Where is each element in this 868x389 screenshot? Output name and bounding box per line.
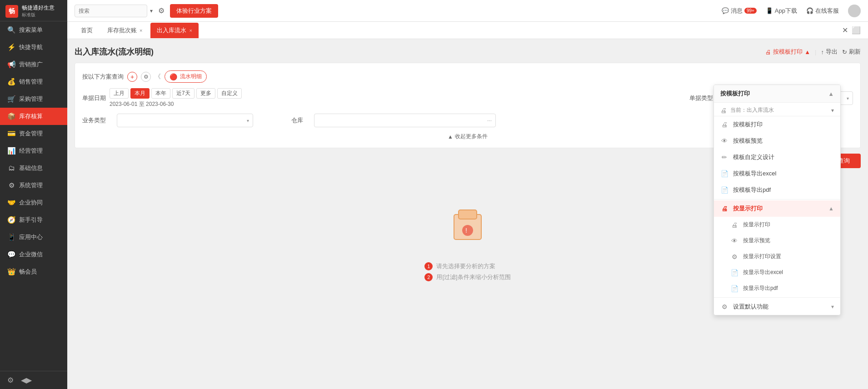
sidebar-item-quicknav[interactable]: ⚡ 快捷导航 [0,39,67,56]
collapse-up-icon: ▲ [448,134,453,140]
sidebar-item-purchase[interactable]: 🛒 采购管理 [0,90,67,108]
sidebar-logo: 畅 畅捷通好生意 标准版 [0,0,67,21]
current-indicator-icon: 🖨 [720,107,727,114]
compass-icon: 🧭 [7,216,15,224]
gear-icon: ⚙ [7,181,15,190]
print-item-template-excel[interactable]: 📄 按模板导出excel [714,165,840,182]
sidebar-item-finance[interactable]: 💳 资金管理 [0,125,67,142]
print-item-template-preview[interactable]: 👁 按模板预览 [714,133,840,149]
print-item-display-settings[interactable]: ⚙ 按显示打印设置 [714,249,840,264]
print-item-template-print[interactable]: 🖨 按模板打印 [714,116,840,133]
sidebar-item-wechat[interactable]: 💬 企业微信 [0,246,67,263]
date-btn-custom[interactable]: 自定义 [217,88,242,99]
refresh-btn[interactable]: ↻ 刷新 [842,48,861,56]
collapse-conditions-btn[interactable]: ▲ 收起更多条件 [448,133,488,140]
print-item-display-pdf[interactable]: 📄 按显示导出pdf [714,280,840,296]
tab-batch-close[interactable]: × [140,28,142,33]
settings-icon[interactable]: ⚙ [7,376,14,384]
sidebar-item-guide[interactable]: 🧭 新手引导 [0,211,67,229]
trial-btn[interactable]: 体验行业方案 [170,4,218,18]
file-excel-sub-icon: 📄 [730,269,738,276]
topbar-search: ▾ [75,5,153,17]
eye-sub-icon: 👁 [730,237,738,244]
box-icon: 📦 [7,112,15,120]
crown-icon: 👑 [7,268,15,276]
set-default-arrow: ▾ [831,304,834,310]
tab-flow-close[interactable]: × [189,28,192,33]
filter-icon: 🔴 [170,73,177,80]
print-dropdown-up-icon: ▲ [804,49,810,55]
main-area: ▾ ⚙ 体验行业方案 💬 消息 99+ 📱 App下载 🎧 在线客服 首页 [67,0,868,389]
sidebar-item-basic[interactable]: 🗂 基础信息 [0,160,67,177]
search-input[interactable] [75,5,147,17]
query-collapse-icon[interactable]: 《 [155,73,161,81]
sidebar-item-sales[interactable]: 💰 销售管理 [0,73,67,90]
file-pdf-icon: 📄 [720,186,728,194]
date-btn-this-year[interactable]: 本年 [151,88,170,99]
print-item-display-section[interactable]: 🖨 按显示打印 ▲ [714,200,840,217]
topbar-right: 💬 消息 99+ 📱 App下载 🎧 在线客服 [722,5,861,17]
svg-text:!: ! [465,227,467,234]
tab-batch[interactable]: 库存批次账 × [101,23,149,38]
settings-default-icon: ⚙ [720,303,728,310]
collapse-icon[interactable]: ◀▶ [21,376,32,384]
print-item-template-pdf[interactable]: 📄 按模板导出pdf [714,182,840,198]
print-dropdown-header: 按模板打印 ▲ [714,85,840,103]
sidebar-item-member[interactable]: 👑 畅会员 [0,263,67,280]
empty-icon: ! [445,201,490,255]
logo-icon: 畅 [5,5,18,18]
sidebar-item-operation[interactable]: 📊 经营管理 [0,142,67,160]
sidebar-item-system[interactable]: ⚙ 系统管理 [0,177,67,194]
date-btn-7days[interactable]: 近7天 [172,88,195,99]
export-btn[interactable]: ↑ 导出 [821,48,838,56]
sidebar-item-inventory[interactable]: 📦 库存核算 [0,108,67,125]
dropdown-collapse-icon[interactable]: ▲ [828,90,834,97]
folder-icon: 🗂 [7,164,15,172]
online-service-btn[interactable]: 🎧 在线客服 [806,7,839,15]
user-avatar[interactable] [848,5,861,17]
tab-maximize-btn[interactable]: ⬜ [852,26,861,35]
printer-red-icon: 🖨 [720,205,728,212]
tab-home[interactable]: 首页 [75,23,99,38]
date-btn-last-month[interactable]: 上月 [110,88,129,99]
sidebar: 畅 畅捷通好生意 标准版 🔍 搜索菜单 ⚡ 快捷导航 📢 营销推广 💰 销售管理… [0,0,67,389]
warehouse-select[interactable]: ··· [314,114,496,127]
divider: | [815,49,816,55]
empty-step-1: 1 请先选择要分析的方案 [424,262,510,270]
logo-text: 畅捷通好生意 标准版 [22,5,55,18]
tab-close-all-btn[interactable]: ✕ [842,26,848,35]
date-btn-this-month[interactable]: 本月 [130,88,150,99]
sidebar-item-collab[interactable]: 🤝 企业协同 [0,194,67,211]
sidebar-item-search[interactable]: 🔍 搜索菜单 [0,21,67,39]
print-current-row: 🖨 当前：出入库流水 ▾ [714,103,840,116]
message-btn[interactable]: 💬 消息 99+ [722,7,757,15]
pencil-icon: ✏ [720,154,728,161]
query-add-btn[interactable]: + [127,72,137,82]
print-item-set-default[interactable]: ⚙ 设置默认功能 ▾ [714,299,840,315]
printer-sub-icon: 🖨 [730,221,738,229]
warehouse-more-icon[interactable]: ··· [487,117,492,124]
print-item-display-print[interactable]: 🖨 按显示打印 [714,217,840,233]
sidebar-nav: 🔍 搜索菜单 ⚡ 快捷导航 📢 营销推广 💰 销售管理 🛒 采购管理 📦 库存核… [0,21,67,371]
query-setting-btn[interactable]: ⚙ [141,72,151,82]
chat-icon: 💬 [7,250,15,259]
biz-type-select[interactable]: ▾ [117,114,253,127]
filter-tag[interactable]: 🔴 流水明细 [165,70,207,83]
dropdown-divider [714,199,840,199]
date-btn-more[interactable]: 更多 [196,88,215,99]
print-item-display-preview[interactable]: 👁 按显示预览 [714,233,840,249]
sidebar-item-marketing[interactable]: 📢 营销推广 [0,56,67,73]
print-item-template-customize[interactable]: ✏ 模板自定义设计 [714,149,840,165]
topbar-gear-icon[interactable]: ⚙ [158,6,165,15]
dropdown-arrow-icon[interactable]: ▾ [150,8,153,14]
current-dropdown-arrow: ▾ [831,107,834,114]
section-collapse-icon[interactable]: ▲ [828,205,834,212]
empty-steps: 1 请先选择要分析的方案 2 用[过滤]条件来缩小分析范围 [424,262,510,284]
print-template-btn[interactable]: 🖨 按模板打印 ▲ [765,48,810,56]
date-range-display: 2023-06-01 至 2023-06-30 [110,100,242,108]
sidebar-item-apps[interactable]: 📱 应用中心 [0,229,67,246]
tab-flow[interactable]: 出入库流水 × [150,23,198,38]
printer-icon: 🖨 [765,49,771,55]
app-download-btn[interactable]: 📱 App下载 [766,7,797,15]
print-item-display-excel[interactable]: 📄 按显示导出excel [714,264,840,280]
